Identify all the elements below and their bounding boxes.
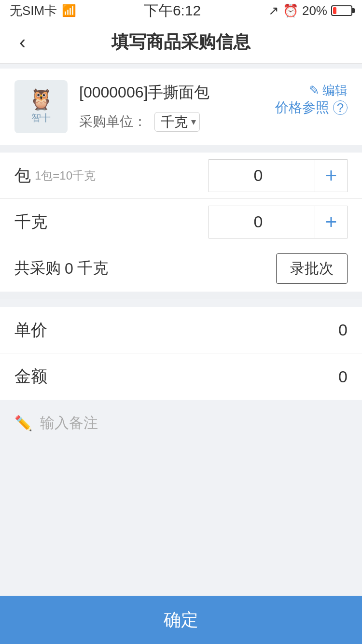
note-section[interactable]: ✏️ 输入备注: [0, 400, 362, 447]
product-card: 🦉 智十 [0000006]手撕面包 采购单位： 千克 ✎ 编辑 价格参照 ?: [0, 69, 362, 145]
price-row: 单价 0: [0, 307, 362, 353]
status-left: 无SIM卡 📶: [10, 2, 76, 19]
status-right: ↗ ⏰ 20%: [268, 3, 352, 18]
page-title: 填写商品采购信息: [111, 30, 251, 54]
edit-button[interactable]: ✎ 编辑: [309, 82, 348, 99]
battery-percent: 20%: [302, 3, 327, 18]
edit-label: 编辑: [322, 82, 348, 99]
battery-icon: [331, 5, 352, 16]
price-value: 0: [338, 321, 348, 339]
amount-label: 金额: [14, 365, 47, 388]
batch-button[interactable]: 录批次: [276, 253, 348, 284]
price-ref-help-icon[interactable]: ?: [333, 100, 348, 115]
amount-value: 0: [338, 367, 348, 386]
summary-prefix: 共采购: [14, 258, 61, 279]
note-icon: ✏️: [14, 415, 32, 432]
location-icon: ↗: [268, 3, 279, 18]
nav-bar: ‹ 填写商品采购信息: [0, 21, 362, 64]
section-divider-2: [0, 292, 362, 299]
price-section: 单价 0 金额 0: [0, 307, 362, 400]
battery-fill: [333, 7, 336, 14]
status-time: 下午6:12: [144, 1, 201, 21]
carrier-label: 无SIM卡: [10, 2, 57, 19]
price-ref-row[interactable]: 价格参照 ?: [275, 98, 348, 117]
pack-label: 包: [14, 165, 31, 187]
product-image: 🦉 智十: [14, 80, 68, 133]
product-logo-icon: 🦉: [28, 89, 54, 110]
alarm-icon: ⏰: [283, 3, 298, 18]
product-logo-text: 智十: [31, 112, 51, 125]
note-placeholder: 输入备注: [40, 413, 98, 433]
pack-input-right: +: [209, 159, 348, 192]
quantity-section: 包 1包=10千克 + 千克 +: [0, 153, 362, 245]
price-ref-label: 价格参照: [275, 98, 329, 117]
unit-label: 采购单位：: [79, 112, 147, 131]
kg-input-row: 千克 +: [0, 199, 362, 245]
wifi-icon: 📶: [62, 4, 76, 17]
kg-label: 千克: [14, 211, 47, 233]
summary-row: 共采购 0 千克 录批次: [0, 245, 362, 292]
status-bar: 无SIM卡 📶 下午6:12 ↗ ⏰ 20%: [0, 0, 362, 21]
confirm-button[interactable]: 确定: [0, 596, 362, 644]
pack-sublabel: 1包=10千克: [35, 168, 96, 183]
unit-select-wrap[interactable]: 千克: [154, 112, 200, 132]
summary-value: 0: [65, 260, 73, 278]
unit-select[interactable]: 千克: [154, 112, 200, 132]
amount-row: 金额 0: [0, 353, 362, 400]
price-label: 单价: [14, 319, 47, 341]
kg-qty-input[interactable]: [209, 206, 315, 238]
pack-plus-button[interactable]: +: [315, 159, 348, 192]
pack-qty-input[interactable]: [209, 159, 315, 192]
back-button[interactable]: ‹: [14, 27, 30, 58]
pack-input-row: 包 1包=10千克 +: [0, 153, 362, 199]
kg-plus-button[interactable]: +: [315, 206, 348, 238]
bottom-space: [0, 447, 362, 591]
summary-unit: 千克: [77, 258, 108, 279]
kg-input-right: +: [209, 206, 348, 238]
edit-icon: ✎: [309, 83, 320, 98]
section-divider-1: [0, 145, 362, 153]
